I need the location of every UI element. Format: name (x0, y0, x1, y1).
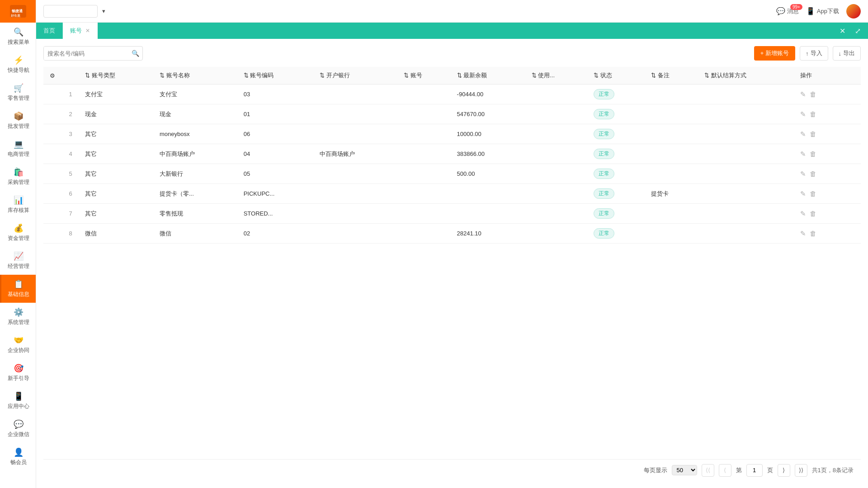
search-menu-icon: 🔍 (14, 27, 24, 37)
export-button[interactable]: ↓ 导出 (833, 46, 861, 61)
sidebar-item-operations[interactable]: 📈 经营管理 (0, 247, 36, 275)
last-page-button[interactable]: ⟩⟩ (795, 464, 807, 477)
col-account-label: ⇅ 账号 (404, 72, 422, 79)
tab-home[interactable]: 首页 (36, 23, 63, 39)
delete-button[interactable]: 🗑 (810, 170, 816, 178)
edit-button[interactable]: ✎ (800, 90, 806, 99)
edit-button[interactable]: ✎ (800, 190, 806, 198)
account-search-input[interactable] (44, 47, 128, 60)
row-status: 正常 (588, 204, 646, 224)
col-code[interactable]: ⇅ 账号编码 (238, 67, 315, 84)
enterprise-agreement-icon: 🤝 (14, 335, 24, 345)
row-default-payment (699, 104, 795, 124)
edit-button[interactable]: ✎ (800, 110, 806, 118)
col-account[interactable]: ⇅ 账号 (398, 67, 452, 84)
sidebar-item-purchase[interactable]: 🛍️ 采购管理 (0, 163, 36, 191)
delete-button[interactable]: 🗑 (810, 230, 816, 238)
sidebar-item-retail[interactable]: 🛒 零售管理 (0, 79, 36, 107)
row-action: ✎ 🗑 (795, 164, 861, 184)
sidebar-item-finance[interactable]: 💰 资金管理 (0, 219, 36, 247)
first-page-button[interactable]: ⟨⟨ (702, 464, 714, 477)
row-type: 其它 (80, 144, 154, 164)
col-remark[interactable]: ⇅ 备注 (646, 67, 699, 84)
sidebar-item-search-menu[interactable]: 🔍 搜索菜单 (0, 23, 36, 51)
sidebar-item-system[interactable]: ⚙️ 系统管理 (0, 303, 36, 331)
table-row: 6 其它 提货卡（零... PICKUPC... 正常 提货卡 ✎ 🗑 (43, 184, 861, 204)
page-number-input[interactable] (746, 464, 763, 477)
row-gear (43, 184, 61, 204)
col-remark-label: ⇅ 备注 (651, 72, 670, 79)
edit-button[interactable]: ✎ (800, 150, 806, 158)
sidebar-item-wholesale[interactable]: 📦 批发管理 (0, 107, 36, 135)
import-button[interactable]: ↑ 导入 (800, 46, 828, 61)
row-code: PICKUPC... (238, 184, 315, 204)
col-status[interactable]: ⇅ 状态 (588, 67, 646, 84)
user-avatar[interactable] (846, 4, 861, 19)
row-account (398, 144, 452, 164)
topbar-search-input[interactable] (43, 5, 98, 18)
next-page-button[interactable]: ⟩ (778, 464, 790, 477)
sidebar-item-label: 经营管理 (8, 263, 29, 270)
sidebar-item-label: 企业协同 (8, 347, 29, 354)
col-name[interactable]: ⇅ 账号名称 (154, 67, 238, 84)
app-center-icon: 📱 (14, 391, 24, 401)
tab-account[interactable]: 账号 ✕ (63, 23, 98, 39)
edit-button[interactable]: ✎ (800, 230, 806, 238)
col-bank[interactable]: ⇅ 开户银行 (314, 67, 398, 84)
col-balance[interactable]: ⇅ 最新余额 (452, 67, 526, 84)
table-body: 1 支付宝 支付宝 03 -90444.00 正常 ✎ 🗑 2 现金 现金 01 (43, 84, 861, 244)
edit-button[interactable]: ✎ (800, 130, 806, 138)
page-size-select[interactable]: 50 20 100 (672, 465, 697, 475)
sidebar-item-basic-info[interactable]: 📋 基础信息 (0, 275, 36, 303)
row-default-payment (699, 184, 795, 204)
sidebar-item-beginner-guide[interactable]: 🎯 新手引导 (0, 359, 36, 387)
col-default-payment[interactable]: ⇅ 默认结算方式 (699, 67, 795, 84)
sidebar-item-member[interactable]: 👤 畅会员 (0, 443, 36, 471)
row-action: ✎ 🗑 (795, 224, 861, 244)
sidebar-item-label: 搜索菜单 (8, 38, 29, 46)
sidebar-item-enterprise-wechat[interactable]: 💬 企业微信 (0, 415, 36, 443)
tab-expand-button[interactable]: ⤢ (852, 25, 863, 37)
row-account (398, 84, 452, 104)
row-action: ✎ 🗑 (795, 144, 861, 164)
delete-button[interactable]: 🗑 (810, 110, 816, 118)
delete-button[interactable]: 🗑 (810, 210, 816, 218)
tab-account-close[interactable]: ✕ (85, 28, 90, 34)
status-badge: 正常 (594, 129, 614, 139)
row-action: ✎ 🗑 (795, 84, 861, 104)
row-action: ✎ 🗑 (795, 204, 861, 224)
page-size-label: 每页显示 (644, 466, 667, 474)
logo-icon: 畅捷通 好生意 (9, 5, 27, 18)
message-button[interactable]: 💬 消息 99+ (776, 7, 799, 15)
status-badge: 正常 (594, 89, 614, 99)
topbar-dropdown[interactable]: ▾ (102, 8, 105, 14)
tab-close-all-button[interactable]: ✕ (836, 25, 848, 37)
sidebar-item-app-center[interactable]: 📱 应用中心 (0, 387, 36, 415)
row-name: 大新银行 (154, 164, 238, 184)
delete-button[interactable]: 🗑 (810, 90, 816, 99)
delete-button[interactable]: 🗑 (810, 150, 816, 158)
sidebar-item-ecommerce[interactable]: 💻 电商管理 (0, 135, 36, 163)
sidebar-item-inventory[interactable]: 📊 库存核算 (0, 191, 36, 219)
row-type: 现金 (80, 104, 154, 124)
account-search-button[interactable]: 🔍 (128, 46, 142, 61)
add-account-button[interactable]: + 新增账号 (754, 46, 795, 61)
col-gear[interactable]: ⚙ (43, 67, 61, 84)
row-remark (646, 124, 699, 144)
prev-page-button[interactable]: ⟨ (719, 464, 731, 477)
delete-button[interactable]: 🗑 (810, 130, 816, 138)
message-badge: 99+ (790, 4, 802, 10)
row-gear (43, 224, 61, 244)
col-usage[interactable]: ⇅ 使用... (526, 67, 588, 84)
edit-button[interactable]: ✎ (800, 170, 806, 178)
sidebar-item-label: 批发管理 (8, 122, 29, 130)
edit-button[interactable]: ✎ (800, 210, 806, 218)
tabbar: 首页 账号 ✕ ✕ ⤢ (36, 23, 868, 39)
row-usage (526, 124, 588, 144)
sidebar-item-enterprise-agreement[interactable]: 🤝 企业协同 (0, 331, 36, 359)
col-type[interactable]: ⇅ 账号类型 (80, 67, 154, 84)
app-download-button[interactable]: 📱 App下载 (806, 7, 839, 15)
delete-button[interactable]: 🗑 (810, 190, 816, 198)
col-usage-label: ⇅ 使用... (532, 72, 555, 79)
sidebar-item-quick-nav[interactable]: ⚡ 快捷导航 (0, 51, 36, 79)
